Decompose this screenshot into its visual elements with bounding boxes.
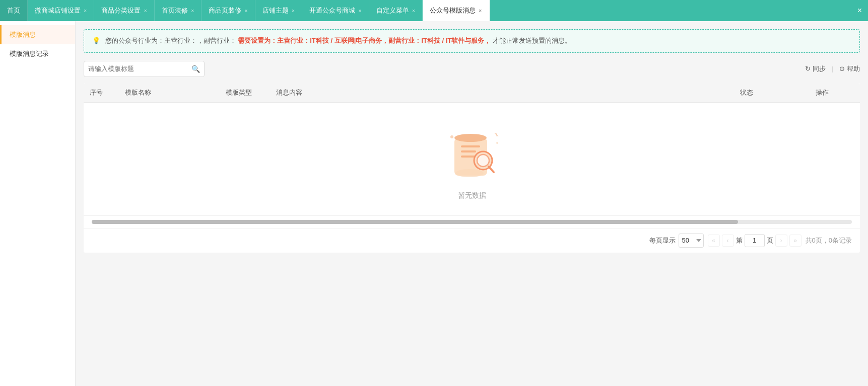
nav-weshop-settings[interactable]: 微商城店铺设置 × <box>28 0 94 21</box>
top-nav: 首页 微商城店铺设置 × 商品分类设置 × 首页装修 × 商品页装修 × 店铺主… <box>0 0 868 21</box>
svg-point-9 <box>450 135 453 138</box>
close-product-decor[interactable]: × <box>244 8 247 14</box>
nav-home-decor[interactable]: 首页装修 × <box>155 0 202 21</box>
search-input-wrap: 🔍 <box>84 61 205 77</box>
col-type: 模版类型 <box>220 83 270 103</box>
pagination: 每页显示 10 20 50 100 « ‹ 第 页 › » <box>84 228 860 253</box>
lightbulb-icon: 💡 <box>92 37 100 44</box>
nav-template-msg[interactable]: 公众号模版消息 × <box>423 0 489 21</box>
page-input[interactable] <box>745 234 765 247</box>
scrollbar-track[interactable] <box>92 220 852 224</box>
nav-shop-theme[interactable]: 店铺主题 × <box>255 0 302 21</box>
close-template-msg[interactable]: × <box>479 8 482 14</box>
sidebar: 模版消息 模版消息记录 <box>0 21 76 386</box>
empty-illustration <box>442 123 502 183</box>
svg-point-2 <box>454 134 487 142</box>
svg-line-12 <box>496 133 497 136</box>
empty-text: 暂无数据 <box>458 191 486 200</box>
table-wrapper: 序号 模版名称 模版类型 消息内容 状态 操作 <box>84 83 860 253</box>
help-icon: ⊙ <box>839 65 845 72</box>
col-name: 模版名称 <box>119 83 220 103</box>
scrollbar-area <box>84 215 860 228</box>
divider: | <box>832 65 833 72</box>
nav-product-decor[interactable]: 商品页装修 × <box>202 0 255 21</box>
search-icon[interactable]: 🔍 <box>191 65 200 73</box>
nav-category-settings[interactable]: 商品分类设置 × <box>94 0 154 21</box>
per-page-select: 每页显示 10 20 50 100 <box>649 234 704 248</box>
global-close-button[interactable]: × <box>857 6 862 15</box>
page-nav: « ‹ 第 页 › » <box>708 234 802 247</box>
nav-open-shop[interactable]: 开通公众号商城 × <box>302 0 369 21</box>
close-category-settings[interactable]: × <box>144 8 147 14</box>
close-shop-theme[interactable]: × <box>292 8 295 14</box>
prev-page-button[interactable]: ‹ <box>722 235 734 247</box>
main-layout: 模版消息 模版消息记录 💡 您的公众号行业为：主营行业：，副营行业： 需要设置为… <box>0 21 868 386</box>
col-status: 状态 <box>734 83 810 103</box>
total-info: 共0页，0条记录 <box>806 236 852 245</box>
svg-point-7 <box>477 155 489 167</box>
first-page-button[interactable]: « <box>708 235 720 247</box>
search-bar: 🔍 ↻ 同步 | ⊙ 帮助 <box>84 61 860 77</box>
notice-banner: 💡 您的公众号行业为：主营行业：，副营行业： 需要设置为：主营行业：IT科技 /… <box>84 29 860 53</box>
col-content: 消息内容 <box>270 83 734 103</box>
svg-rect-4 <box>461 150 476 152</box>
search-actions: ↻ 同步 | ⊙ 帮助 <box>805 64 860 73</box>
nav-home[interactable]: 首页 <box>0 0 28 21</box>
scrollbar-thumb[interactable] <box>92 220 738 224</box>
sync-button[interactable]: ↻ 同步 <box>805 64 826 73</box>
empty-state-row: 暂无数据 <box>84 102 860 215</box>
col-index: 序号 <box>84 83 119 103</box>
sidebar-item-template-msg[interactable]: 模版消息 <box>0 25 75 44</box>
close-custom-menu[interactable]: × <box>412 8 415 14</box>
next-page-button[interactable]: › <box>775 235 787 247</box>
sync-icon: ↻ <box>805 65 811 72</box>
svg-point-10 <box>496 142 498 144</box>
empty-state: 暂无数据 <box>84 103 860 215</box>
search-input[interactable] <box>88 65 191 72</box>
help-button[interactable]: ⊙ 帮助 <box>839 64 860 73</box>
col-action: 操作 <box>810 83 860 103</box>
data-table: 序号 模版名称 模版类型 消息内容 状态 操作 <box>84 83 860 215</box>
nav-custom-menu[interactable]: 自定义菜单 × <box>369 0 423 21</box>
svg-line-8 <box>489 167 494 172</box>
sidebar-item-template-record[interactable]: 模版消息记录 <box>0 44 75 63</box>
table-header-row: 序号 模版名称 模版类型 消息内容 状态 操作 <box>84 83 860 103</box>
per-page-dropdown[interactable]: 10 20 50 100 <box>679 234 704 248</box>
svg-rect-3 <box>461 145 480 147</box>
main-content: 💡 您的公众号行业为：主营行业：，副营行业： 需要设置为：主营行业：IT科技 /… <box>76 21 868 386</box>
close-open-shop[interactable]: × <box>358 8 361 14</box>
last-page-button[interactable]: » <box>789 235 802 247</box>
close-weshop-settings[interactable]: × <box>84 8 87 14</box>
close-home-decor[interactable]: × <box>191 8 194 14</box>
